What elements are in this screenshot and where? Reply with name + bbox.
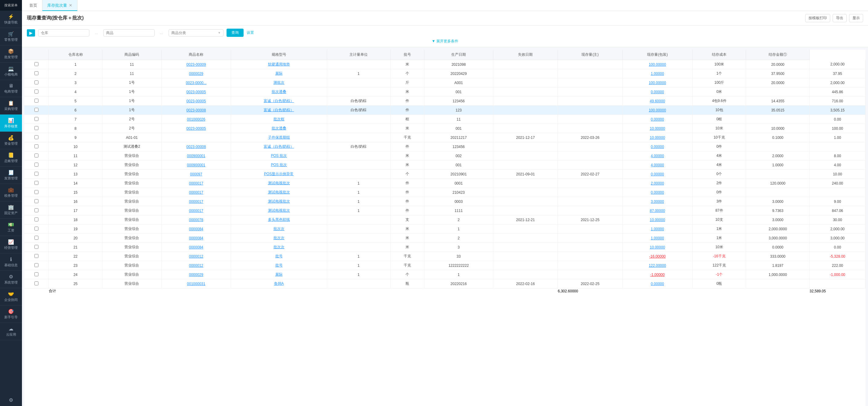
cell-3[interactable]: 0000029 [161, 69, 231, 78]
cell-10[interactable]: 10.00000 [622, 133, 692, 142]
cell-link[interactable]: 批次次 [274, 236, 284, 240]
row-checkbox[interactable] [34, 62, 38, 66]
cell-link[interactable]: 1.00000 [651, 227, 664, 231]
search-button[interactable]: 查询 [226, 29, 244, 37]
cell-link[interactable]: 富诚（白色/奶棕） [264, 108, 294, 112]
cell-link[interactable]: 10.00000 [650, 126, 665, 131]
cell-link[interactable]: 批次框 [274, 117, 284, 121]
cell-10[interactable]: 2.00000 [622, 179, 692, 188]
cell-10[interactable]: -16.00000 [622, 252, 692, 261]
cell-link[interactable]: 软硬通用地垫 [268, 62, 290, 66]
cell-3[interactable]: 0000029 [161, 270, 231, 279]
cell-link[interactable]: 0.00000 [651, 90, 664, 94]
cell-3[interactable]: 0000017 [161, 179, 231, 188]
cell-link[interactable]: 0.00000 [651, 190, 664, 195]
cell-3[interactable]: 0000012 [161, 261, 231, 270]
cell-10[interactable]: 10.00000 [622, 243, 692, 252]
row-checkbox[interactable] [34, 172, 38, 176]
cell-4[interactable]: 多头黑色软线 [231, 215, 327, 225]
tab-close-icon[interactable]: ✕ [69, 3, 72, 8]
cell-10[interactable]: 0.00000 [622, 88, 692, 97]
cell-link[interactable]: 富诚（白色/奶棕） [264, 99, 294, 103]
cell-link[interactable]: 批号 [275, 263, 283, 267]
cell-4[interactable]: 批次次 [231, 225, 327, 234]
cell-10[interactable]: 100.00000 [622, 78, 692, 88]
sidebar-item-企业协同[interactable]: 🤝企业协同 [0, 288, 22, 305]
cell-10[interactable]: 49.60000 [622, 97, 692, 106]
cell-link[interactable]: 0000084 [189, 236, 204, 240]
cell-10[interactable]: -1.00000 [622, 270, 692, 279]
category-input[interactable] [172, 31, 218, 35]
cell-4[interactable]: 批次透叠 [231, 88, 327, 97]
cell-3[interactable]: 0000084 [161, 243, 231, 252]
cell-negative-link[interactable]: -1.00000 [650, 273, 664, 277]
cell-10[interactable]: 0.00000 [622, 188, 692, 197]
cell-link[interactable]: 0000017 [189, 181, 204, 185]
sidebar-item-库存核查[interactable]: 📊库存核查 [0, 114, 22, 132]
expand-filter-button[interactable]: ▶ [27, 29, 35, 37]
expand-conditions[interactable]: ▼ 展开更多条件 [27, 39, 863, 44]
cell-4[interactable]: 测试电视批次 [231, 188, 327, 197]
print-button[interactable]: 按模板打印 [805, 14, 830, 22]
warehouse-filter[interactable] [38, 29, 89, 37]
row-checkbox[interactable] [34, 117, 38, 121]
cell-10[interactable]: 10.00000 [622, 215, 692, 225]
row-checkbox[interactable] [34, 236, 38, 240]
cell-10[interactable]: 0.00000 [622, 142, 692, 151]
cell-4[interactable]: 测试电视批次 [231, 179, 327, 188]
cell-3[interactable]: 0000017 [161, 197, 231, 206]
cell-4[interactable]: 富诚（白色/奶棕） [231, 142, 327, 151]
cell-4[interactable]: 富诚（白色/奶棕） [231, 97, 327, 106]
sidebar-item-零售管理[interactable]: 🛒零售管理 [0, 28, 22, 45]
sidebar-item-发票管理[interactable]: 🧾发票管理 [0, 167, 22, 184]
cell-10[interactable]: 1.00000 [622, 69, 692, 78]
row-checkbox[interactable] [34, 217, 38, 222]
cell-3[interactable] [161, 133, 231, 142]
warehouse-input[interactable] [41, 31, 87, 35]
cell-link[interactable]: 测批次 [274, 80, 284, 85]
sidebar-item-资金管理[interactable]: 💰资金管理 [0, 132, 22, 149]
cell-4[interactable]: POS 批次 [231, 151, 327, 161]
cell-link[interactable]: 测试电视批次 [268, 181, 290, 185]
sidebar-item-小额电商[interactable]: 💻小额电商 [0, 63, 22, 80]
cell-10[interactable]: 4.00000 [622, 161, 692, 170]
category-filter[interactable]: ▼ [168, 29, 223, 37]
sidebar-item-快捷导航[interactable]: ⚡快捷导航 [0, 11, 22, 28]
row-checkbox[interactable] [34, 154, 38, 158]
row-checkbox[interactable] [34, 163, 38, 167]
cell-3[interactable]: 0023-00005 [161, 97, 231, 106]
cell-link[interactable]: 富诚（白色/奶棕） [264, 144, 294, 149]
cell-link[interactable]: 10.00000 [650, 218, 665, 222]
cell-link[interactable]: 10.00000 [650, 245, 665, 249]
cell-link[interactable]: 4.00000 [651, 163, 664, 167]
cell-link[interactable]: 49.60000 [650, 99, 665, 103]
cell-10[interactable]: 1.00000 [622, 225, 692, 234]
display-button[interactable]: 显示 [849, 14, 863, 22]
cell-link[interactable]: POS 批次 [271, 163, 287, 167]
cell-link[interactable]: 3.00000 [651, 200, 664, 204]
cell-link[interactable]: 0.00000 [651, 117, 664, 122]
cell-10[interactable]: 0.00000 [622, 170, 692, 179]
cell-4[interactable]: 展际 [231, 270, 327, 279]
cell-link[interactable]: 0000017 [189, 209, 204, 213]
sidebar-item-云应用[interactable]: ☁云应用 [0, 323, 22, 340]
cell-link[interactable]: 10.00000 [650, 136, 665, 140]
cell-3[interactable]: 0023-0000... [161, 78, 231, 88]
cell-link[interactable]: 0023-00005 [186, 126, 206, 131]
cell-link[interactable]: 0000012 [189, 264, 204, 268]
cell-10[interactable]: 87.00000 [622, 206, 692, 215]
cell-4[interactable]: 测试电视批次 [231, 206, 327, 215]
cell-link[interactable]: 2.00000 [651, 181, 664, 185]
cell-10[interactable]: 0.00000 [622, 279, 692, 289]
tab-库存批次量[interactable]: 库存批次量✕ [42, 0, 78, 11]
cell-link[interactable]: 0023-00005 [186, 90, 206, 94]
cell-link[interactable]: 122.00000 [649, 264, 666, 268]
cell-link[interactable]: 0000084 [189, 245, 204, 249]
sidebar-item-税务管理[interactable]: 💼税务管理 [0, 184, 22, 201]
row-checkbox[interactable] [34, 90, 38, 94]
cell-3[interactable]: 001000026 [161, 115, 231, 124]
cell-link[interactable]: POS显示示例异常 [264, 172, 293, 176]
row-checkbox[interactable] [34, 135, 38, 139]
cell-3[interactable]: 000900001 [161, 161, 231, 170]
tab-首页[interactable]: 首页 [24, 0, 42, 11]
